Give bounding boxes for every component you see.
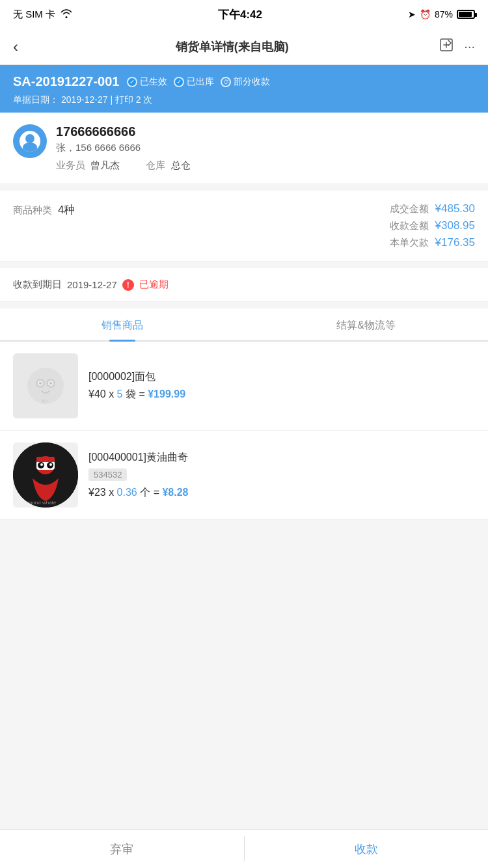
badge-active: ✓ 已生效 bbox=[127, 76, 167, 88]
product-img-2: diamond whate bbox=[13, 442, 78, 508]
received-row: 收款金额 ¥308.95 bbox=[390, 219, 475, 232]
product-info-2: [000400001]黄油曲奇 534532 ¥23 x 0.36 个 = ¥8… bbox=[88, 451, 475, 500]
svg-text:鱼+: 鱼+ bbox=[42, 399, 49, 403]
received-value: ¥308.95 bbox=[435, 219, 475, 232]
tab-sales-products[interactable]: 销售商品 bbox=[0, 308, 244, 340]
price-x-2: x bbox=[109, 487, 116, 498]
badge-partial-label: 部分收款 bbox=[234, 76, 270, 88]
collect-button[interactable]: 收款 bbox=[245, 830, 489, 868]
due-date-section: 收款到期日 2019-12-27 ! 已逾期 bbox=[0, 268, 488, 302]
badge-shipped-label: 已出库 bbox=[187, 76, 214, 88]
page-title: 销货单详情(来自电脑) bbox=[25, 39, 439, 55]
order-header-banner: SA-20191227-001 ✓ 已生效 ✓ 已出库 ⏱ 部分收款 单据日期：… bbox=[0, 65, 488, 113]
overdue-text: 已逾期 bbox=[139, 278, 169, 291]
svg-point-15 bbox=[49, 463, 52, 466]
location-icon: ➤ bbox=[408, 9, 416, 20]
summary-left: 商品种类 4种 bbox=[13, 202, 75, 223]
status-left: 无 SIM 卡 bbox=[13, 8, 72, 21]
product-batch-2: 534532 bbox=[88, 468, 127, 481]
deal-amount-row: 成交金额 ¥485.30 bbox=[390, 202, 475, 215]
due-label: 收款到期日 bbox=[13, 278, 62, 291]
due-date-value: 2019-12-27 bbox=[67, 279, 117, 290]
check-icon-2: ✓ bbox=[174, 77, 184, 87]
warehouse-meta: 仓库 总仓 bbox=[146, 159, 190, 172]
order-date: 2019-12-27 bbox=[61, 94, 108, 105]
order-date-row: 单据日期： 2019-12-27 | 打印 2 次 bbox=[13, 94, 475, 106]
customer-meta: 业务员 曾凡杰 仓库 总仓 bbox=[56, 159, 475, 172]
battery-text: 87% bbox=[435, 9, 453, 20]
nav-bar: ‹ 销货单详情(来自电脑) ··· bbox=[0, 29, 488, 65]
product-price-2: ¥23 x 0.36 个 = ¥8.28 bbox=[88, 486, 475, 500]
avatar bbox=[13, 124, 47, 158]
badge-active-label: 已生效 bbox=[140, 76, 167, 88]
sales-name: 曾凡杰 bbox=[90, 159, 120, 170]
svg-point-7 bbox=[49, 382, 52, 385]
svg-rect-16 bbox=[36, 457, 55, 462]
order-id: SA-20191227-001 bbox=[13, 74, 119, 89]
avatar-icon bbox=[20, 131, 40, 152]
price-x-1: x bbox=[109, 388, 116, 400]
debt-label: 本单欠款 bbox=[390, 237, 429, 249]
list-item: diamond whate [000400001]黄油曲奇 534532 ¥23… bbox=[0, 431, 488, 520]
kind-label: 商品种类 bbox=[13, 204, 52, 215]
order-badges: ✓ 已生效 ✓ 已出库 ⏱ 部分收款 bbox=[127, 76, 270, 88]
equals-1: = bbox=[139, 388, 148, 400]
products-section: 鱼+ [0000002]面包 ¥40 x 5 袋 = ¥199.99 bbox=[0, 342, 488, 520]
date-label: 单据日期： bbox=[13, 94, 59, 105]
abandon-label: 弃审 bbox=[110, 841, 133, 857]
received-label: 收款金额 bbox=[390, 220, 429, 232]
svg-point-14 bbox=[40, 463, 43, 466]
customer-sub: 张，156 6666 6666 bbox=[56, 142, 475, 154]
customer-section: 17666666666 张，156 6666 6666 业务员 曾凡杰 仓库 总… bbox=[0, 113, 488, 184]
equals-2: = bbox=[154, 487, 163, 498]
print-info: | 打印 2 次 bbox=[110, 94, 152, 105]
warehouse-name: 总仓 bbox=[171, 159, 191, 170]
summary-right: 成交金额 ¥485.30 收款金额 ¥308.95 本单欠款 ¥176.35 bbox=[390, 202, 475, 249]
share-icon[interactable] bbox=[439, 38, 454, 55]
abandon-button[interactable]: 弃审 bbox=[0, 830, 244, 868]
product-price-1: ¥40 x 5 袋 = ¥199.99 bbox=[88, 388, 475, 401]
more-icon[interactable]: ··· bbox=[464, 39, 475, 54]
sales-meta: 业务员 曾凡杰 bbox=[56, 159, 120, 172]
badge-shipped: ✓ 已出库 bbox=[174, 76, 214, 88]
thumb-placeholder-1: 鱼+ bbox=[13, 353, 78, 418]
kind-value: 4种 bbox=[58, 204, 75, 216]
debt-value: ¥176.35 bbox=[435, 236, 475, 249]
bottom-bar: 弃审 收款 bbox=[0, 829, 488, 868]
svg-point-6 bbox=[39, 382, 42, 385]
deal-amount-value: ¥485.30 bbox=[435, 202, 475, 215]
check-icon: ✓ bbox=[127, 77, 137, 87]
total-1: ¥199.99 bbox=[148, 388, 185, 400]
price-base-1: ¥40 bbox=[88, 388, 106, 400]
qty-2: 0.36 bbox=[117, 487, 137, 498]
status-right: ➤ ⏰ 87% bbox=[408, 9, 475, 20]
clock-icon: ⏱ bbox=[221, 77, 231, 87]
tab-products-label: 销售商品 bbox=[102, 319, 143, 331]
warehouse-label: 仓库 bbox=[146, 159, 165, 170]
list-item: 鱼+ [0000002]面包 ¥40 x 5 袋 = ¥199.99 bbox=[0, 342, 488, 431]
product-thumbnail-2: diamond whate bbox=[13, 442, 78, 508]
nav-actions: ··· bbox=[439, 38, 475, 55]
sales-label: 业务员 bbox=[56, 159, 85, 170]
product-name-2: [000400001]黄油曲奇 bbox=[88, 451, 475, 465]
collect-label: 收款 bbox=[355, 841, 378, 857]
battery-icon bbox=[457, 10, 475, 19]
carrier-text: 无 SIM 卡 bbox=[13, 8, 55, 21]
customer-id: 17666666666 bbox=[56, 124, 475, 139]
unit-1: 袋 bbox=[126, 388, 136, 400]
status-bar: 无 SIM 卡 下午4:42 ➤ ⏰ 87% bbox=[0, 0, 488, 29]
total-2: ¥8.28 bbox=[162, 487, 188, 498]
debt-row: 本单欠款 ¥176.35 bbox=[390, 236, 475, 249]
overdue-icon: ! bbox=[122, 279, 134, 291]
tab-settlement-label: 结算&物流等 bbox=[336, 319, 396, 331]
customer-info: 17666666666 张，156 6666 6666 业务员 曾凡杰 仓库 总… bbox=[56, 124, 475, 172]
wifi-icon bbox=[61, 9, 72, 20]
tabs-bar: 销售商品 结算&物流等 bbox=[0, 308, 488, 342]
tab-settlement[interactable]: 结算&物流等 bbox=[244, 308, 488, 340]
status-time: 下午4:42 bbox=[218, 7, 262, 22]
price-base-2: ¥23 bbox=[88, 487, 106, 498]
svg-text:diamond whate: diamond whate bbox=[21, 500, 57, 506]
back-button[interactable]: ‹ bbox=[13, 38, 18, 56]
deal-amount-label: 成交金额 bbox=[390, 203, 429, 215]
badge-partial: ⏱ 部分收款 bbox=[221, 76, 270, 88]
